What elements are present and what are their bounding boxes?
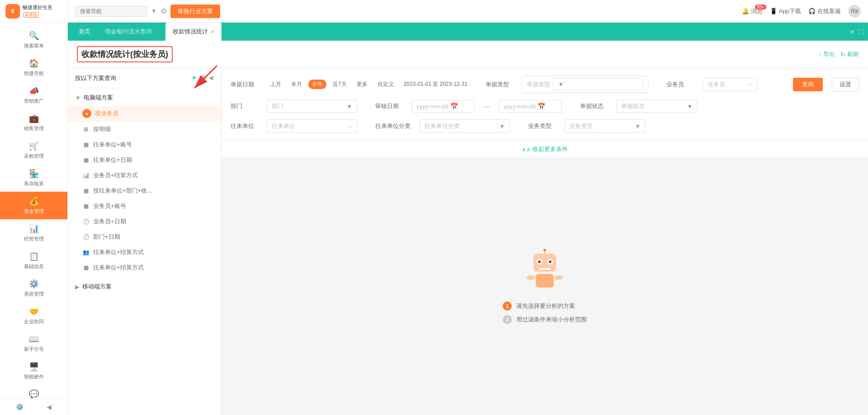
collapse-more-btn[interactable]: ∧∧ 收起更多条件 <box>522 145 568 153</box>
topbar: ▼ ⚙ 体验行业方案 🔔 消息 99+ 📱 App下载 🎧 在线客服 Rit <box>68 0 868 23</box>
scheme-item-by-detail[interactable]: ⊞ 按明细 <box>68 122 221 137</box>
headset-icon: 🎧 <box>808 8 816 14</box>
clock-icon: 🕐 <box>82 218 90 225</box>
mobile-group-header[interactable]: ▶ 移动端方案 <box>68 279 221 294</box>
pc-group-header[interactable]: ▼ 电脑端方案 <box>68 90 221 105</box>
tab-receipt-stat[interactable]: 收款情况统计 ✕ <box>165 23 222 41</box>
svg-rect-6 <box>536 274 554 288</box>
sidebar-item-basic[interactable]: 📋 基础信息 <box>0 247 67 274</box>
export-icon: ↑ <box>819 51 822 58</box>
scheme-item-unit-calc2[interactable]: ▦ 往来单位+结算方式 <box>68 260 221 275</box>
review-date-start[interactable]: yyyy-mm-dd 📅 <box>411 100 475 113</box>
scheme-item-salesman-calc[interactable]: 📊 业务员+结算方式 <box>68 168 221 183</box>
grid-icon: ⊞ <box>82 126 90 133</box>
date-dash: — <box>484 103 490 110</box>
scheme-item-dept-date[interactable]: 🕐 部门+日期 <box>68 229 221 245</box>
scheme-item-unit-dept-recv[interactable]: ▦ 按往来单位+部门+收... <box>68 183 221 198</box>
calendar2-icon[interactable]: 📅 <box>538 103 545 110</box>
chart-icon: 📊 <box>29 224 39 234</box>
sidebar-item-sales[interactable]: 💼 销售管理 <box>0 109 67 137</box>
date-tab-lastmonth[interactable]: 上月 <box>267 80 285 89</box>
empty-state: 1 请先选择要分析的方案 2 用过滤条件来缩小分析范围 <box>503 249 587 324</box>
close-window-btn[interactable]: ✕ <box>850 28 855 35</box>
sidebar-item-marketing[interactable]: 📣 营销推广 <box>0 81 67 109</box>
tab-close-receipt-stat[interactable]: ✕ <box>211 29 214 34</box>
date-tab-custom[interactable]: 自定义 <box>374 80 397 89</box>
tab-close-bank-flow[interactable]: ✕ <box>155 29 158 34</box>
message-btn[interactable]: 🔔 消息 99+ <box>742 7 763 15</box>
unit-category-label: 往来单位分类 <box>375 122 410 130</box>
svg-point-4 <box>549 260 552 263</box>
collapse-bar: ∧∧ 收起更多条件 <box>222 141 868 158</box>
topbar-right: 🔔 消息 99+ 📱 App下载 🎧 在线客服 Rit <box>742 5 861 18</box>
salesman-select[interactable]: 业务员 ··· <box>703 78 757 91</box>
tab-home[interactable]: 首页 <box>71 23 98 41</box>
sidebar-item-capital[interactable]: 💰 资金管理 <box>0 192 67 219</box>
docstatus-select[interactable]: 单据状态 ▼ <box>616 99 698 113</box>
online-service-btn[interactable]: 🎧 在线客服 <box>808 7 841 15</box>
content-area: 按以下方案查询 + ⚙ « ▼ 电脑端方案 ● <box>68 68 868 415</box>
scheme-item-salesman-date[interactable]: 🕐 业务员+日期 <box>68 214 221 229</box>
sidebar-item-guide[interactable]: 📖 新手引导 <box>0 330 67 357</box>
unit-more-icon[interactable]: ··· <box>347 123 352 130</box>
unit-category-select[interactable]: 往来单位分类 ▼ <box>420 119 510 133</box>
dropdown-arrow-icon[interactable]: ▼ <box>151 8 157 14</box>
footer-settings-btn[interactable]: ⚙️ <box>16 403 24 410</box>
app-download-btn[interactable]: 📱 App下载 <box>770 7 801 15</box>
maximize-window-btn[interactable]: ⛶ <box>859 28 864 35</box>
topbar-gear-icon[interactable]: ⚙ <box>160 7 167 15</box>
salesman-label: 业务员 <box>666 80 693 89</box>
sidebar-item-search[interactable]: 🔍 搜索菜单 <box>0 26 67 54</box>
biztype-value: 业务类型 <box>569 122 632 130</box>
date-tab-thisyear[interactable]: 本年 <box>308 80 326 89</box>
footer-collapse-btn[interactable]: ◀ <box>47 403 52 410</box>
scheme-setting-btn[interactable]: ⚙ <box>200 74 206 82</box>
tab-bank-flow[interactable]: 现金银行流水查询 ✕ <box>98 23 165 41</box>
message-badge: 99+ <box>755 5 766 9</box>
sidebar-item-quick-nav[interactable]: 🏠 快捷导航 <box>0 54 67 81</box>
refresh-icon: ↻ <box>840 51 845 58</box>
sidebar-item-inventory[interactable]: 🏪 库存核算 <box>0 164 67 192</box>
scheme-collapse-btn[interactable]: « <box>210 74 214 82</box>
biztype-select[interactable]: 业务类型 ▼ <box>564 119 646 133</box>
active-item-icon: ● <box>82 109 91 118</box>
main-area: ▼ ⚙ 体验行业方案 🔔 消息 99+ 📱 App下载 🎧 在线客服 Rit <box>68 0 868 415</box>
scheme-item-salesman-account[interactable]: ▦ 业务员+账号 <box>68 198 221 214</box>
scheme-item-unit-calc1[interactable]: 👥 往来单位+结算方式 <box>68 245 221 260</box>
svg-rect-7 <box>527 275 535 280</box>
unit-value: 往来单位 <box>272 122 344 130</box>
setting-button[interactable]: 设置 <box>832 77 859 92</box>
scheme-item-by-salesman[interactable]: ● 按业务员 <box>68 105 221 122</box>
salesman-more-icon[interactable]: ··· <box>747 81 752 88</box>
date-tab-7days[interactable]: 近7天 <box>329 80 350 89</box>
scheme-item-unit-date[interactable]: ▦ 往来单位+日期 <box>68 152 221 168</box>
sidebar-item-purchase[interactable]: 🛒 采购管理 <box>0 137 67 164</box>
right-panel: 单据日期 上月 本月 本年 近7天 更多 自定义 2023-01-01 至 20… <box>222 68 868 415</box>
sidebar-item-system[interactable]: ⚙️ 系统管理 <box>0 274 67 302</box>
scheme-item-unit-account[interactable]: ▦ 往来单位+账号 <box>68 137 221 152</box>
dept-value: 部门 <box>272 102 283 110</box>
sidebar-item-wechat[interactable]: 💬 企业微信 <box>0 385 67 398</box>
sidebar-item-enterprise[interactable]: 🤝 企业协同 <box>0 302 67 330</box>
sidebar-nav: 🔍 搜索菜单 🏠 快捷导航 📣 营销推广 💼 销售管理 🛒 采购管理 🏪 库存核… <box>0 23 67 398</box>
refresh-button[interactable]: ↻ 刷新 <box>840 50 859 58</box>
date-tab-more[interactable]: 更多 <box>353 80 371 89</box>
sidebar: 6 畅捷通好生意 标准版 🔍 搜索菜单 🏠 快捷导航 📣 营销推广 💼 销售管理… <box>0 0 68 415</box>
export-button[interactable]: ↑ 导出 <box>819 50 835 58</box>
date-tab-thismonth[interactable]: 本月 <box>288 80 306 89</box>
sidebar-item-operation[interactable]: 📊 经营管理 <box>0 219 67 247</box>
biztype-label: 业务类型 <box>528 122 555 130</box>
dept-select[interactable]: 部门 ▼ <box>267 99 357 113</box>
query-button[interactable]: 查询 <box>793 78 823 91</box>
docstatus-arrow-icon: ▼ <box>687 103 693 110</box>
doctype-select[interactable]: 单据类型 ▼ <box>522 75 648 93</box>
sidebar-item-hardware[interactable]: 🖥️ 智能硬件 <box>0 357 67 385</box>
unit-select[interactable]: 往来单位 ··· <box>267 119 357 133</box>
review-date-end[interactable]: yyyy-mm-dd 📅 <box>499 100 562 113</box>
search-input[interactable] <box>75 6 147 17</box>
calendar-icon[interactable]: 📅 <box>450 103 458 110</box>
scheme-add-btn[interactable]: + <box>192 74 196 82</box>
filter-row-1: 单据日期 上月 本月 本年 近7天 更多 自定义 2023-01-01 至 20… <box>231 75 859 93</box>
avatar[interactable]: Rit <box>848 5 861 18</box>
trial-button[interactable]: 体验行业方案 <box>170 5 220 18</box>
